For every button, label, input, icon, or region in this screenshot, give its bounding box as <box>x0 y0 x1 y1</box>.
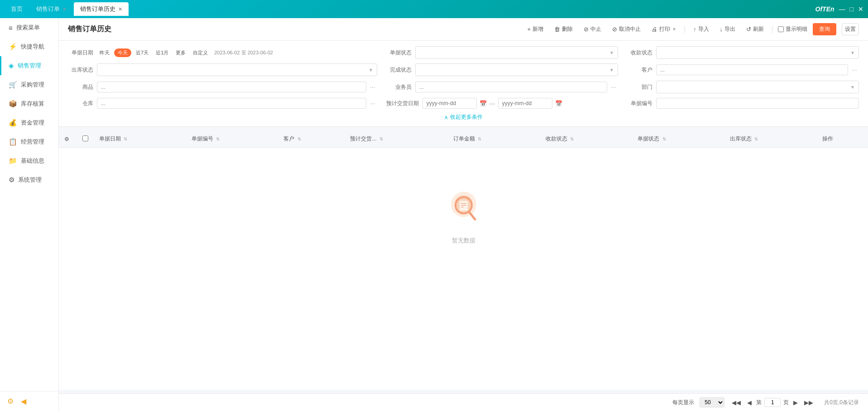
sort-amount-icon[interactable]: ⇅ <box>478 136 481 141</box>
cancel-stop-button[interactable]: ⊘ 取消中止 <box>609 24 643 35</box>
inventory-icon: 📦 <box>9 100 17 108</box>
collapse-button[interactable]: ∧ 收起更多条件 <box>444 113 483 121</box>
sidebar-item-basic-info[interactable]: 📁 基础信息 <box>0 151 58 170</box>
sort-out-status-icon[interactable]: ⇅ <box>754 136 758 141</box>
system-mgmt-icon: ⚙ <box>9 176 14 184</box>
calendar-icon-2[interactable]: 📅 <box>555 100 562 107</box>
calendar-icon-1[interactable]: 📅 <box>480 100 487 107</box>
maximize-btn[interactable]: □ <box>850 5 854 13</box>
th-order-no: 单据编号 ⇅ <box>186 131 278 148</box>
sidebar-item-purchase-mgmt[interactable]: 🛒 采购管理 <box>0 75 58 94</box>
query-label: 查询 <box>819 25 830 33</box>
tab-home-label: 首页 <box>11 5 23 13</box>
warehouse-dots[interactable]: ··· <box>368 100 377 107</box>
order-status-select[interactable]: ▼ <box>415 46 618 59</box>
last-page-btn[interactable]: ▶▶ <box>802 398 815 407</box>
tab-sales-order-history[interactable]: 销售订单历史 ✕ <box>74 2 129 16</box>
date-btn-more[interactable]: 更多 <box>173 48 188 57</box>
empty-state-row: ~ ~ 暂无数据 <box>59 148 868 281</box>
query-button[interactable]: 查询 <box>813 23 836 35</box>
sort-expected-icon[interactable]: ⇅ <box>379 136 383 141</box>
sort-payment-icon[interactable]: ⇅ <box>570 136 574 141</box>
date-btn-7days[interactable]: 近7天 <box>133 48 151 57</box>
salesman-input[interactable] <box>415 82 607 92</box>
delete-button[interactable]: 🗑 删除 <box>551 24 575 35</box>
sidebar-item-system-mgmt[interactable]: ⚙ 系统管理 <box>0 170 58 189</box>
per-page-select[interactable]: 50 10 20 100 <box>700 397 724 407</box>
out-status-select[interactable]: ▼ <box>97 63 377 76</box>
dept-select[interactable]: ▼ <box>656 81 859 93</box>
settings-button[interactable]: 设置 <box>842 23 859 35</box>
display-toggle-checkbox[interactable] <box>778 26 784 32</box>
sidebar: ≡ 搜索菜单 ⚡ 快捷导航 ◈ 销售管理 🛒 采购管理 📦 库存核算 💰 资金管… <box>0 18 59 411</box>
sales-mgmt-icon: ◈ <box>9 62 14 70</box>
tab-sales-order-history-close[interactable]: ✕ <box>118 6 122 12</box>
sort-date-icon[interactable]: ⇅ <box>124 136 127 141</box>
payment-status-arrow: ▼ <box>850 50 855 55</box>
th-checkbox[interactable] <box>77 131 94 148</box>
close-btn[interactable]: ✕ <box>858 5 863 13</box>
sidebar-item-quick-nav[interactable]: ⚡ 快捷导航 <box>0 37 58 56</box>
expected-date-start[interactable] <box>422 98 477 109</box>
warehouse-control: ··· <box>97 98 377 109</box>
th-settings[interactable]: ⚙ <box>59 131 77 148</box>
sidebar-collapse-icon[interactable]: ◀ <box>21 397 26 406</box>
warehouse-input[interactable] <box>97 98 366 109</box>
sidebar-item-inventory[interactable]: 📦 库存核算 <box>0 94 58 113</box>
sidebar-item-sales-mgmt[interactable]: ◈ 销售管理 <box>0 56 58 75</box>
date-label: 单据日期 <box>68 49 93 57</box>
toolbar-divider-1 <box>685 26 685 33</box>
product-control: ··· <box>97 82 377 92</box>
product-dots[interactable]: ··· <box>368 83 377 91</box>
export-button[interactable]: ↓ 导出 <box>717 24 739 35</box>
display-toggle-label: 显示明细 <box>786 25 807 33</box>
sidebar-item-operations[interactable]: 📋 经营管理 <box>0 132 58 151</box>
customer-dots[interactable]: ··· <box>850 66 859 73</box>
stop-button[interactable]: ⊘ 中止 <box>581 24 604 35</box>
sidebar-settings-icon[interactable]: ⚙ <box>7 397 14 406</box>
tab-sales-order-close[interactable]: ✕ <box>62 6 67 12</box>
refresh-button[interactable]: ↺ 刷新 <box>743 24 767 35</box>
date-btn-custom[interactable]: 自定义 <box>190 48 211 57</box>
payment-status-label: 收款状态 <box>627 49 652 57</box>
page-label: 第 <box>756 399 762 406</box>
import-button[interactable]: ↑ 导入 <box>691 24 712 35</box>
sort-order-status-icon[interactable]: ⇅ <box>662 136 666 141</box>
sidebar-item-search-menu[interactable]: ≡ 搜索菜单 <box>0 18 58 37</box>
cancel-stop-label: 取消中止 <box>619 25 641 33</box>
date-btn-yesterday[interactable]: 昨天 <box>97 48 112 57</box>
print-button[interactable]: 🖨 打印 ▼ <box>649 24 679 35</box>
minimize-btn[interactable]: — <box>839 5 845 13</box>
payment-status-select[interactable]: ▼ <box>656 46 859 59</box>
table-settings-icon[interactable]: ⚙ <box>64 136 69 142</box>
refresh-label: 刷新 <box>753 25 764 33</box>
collapse-label: 收起更多条件 <box>450 113 483 121</box>
sidebar-item-fund[interactable]: 💰 资金管理 <box>0 113 58 132</box>
date-btn-today[interactable]: 今天 <box>114 48 131 57</box>
next-page-btn[interactable]: ▶ <box>791 398 800 407</box>
order-no-input[interactable] <box>656 98 859 109</box>
sort-orderno-icon[interactable]: ⇅ <box>216 136 220 141</box>
customer-input[interactable] <box>656 64 848 75</box>
tab-sales-order-history-label: 销售订单历史 <box>80 5 115 13</box>
empty-state-illustration: ~ ~ <box>441 184 486 229</box>
page-input[interactable] <box>764 398 781 407</box>
sidebar-item-quick-nav-label: 快捷导航 <box>21 43 44 51</box>
tab-home[interactable]: 首页 <box>5 2 29 16</box>
sort-customer-icon[interactable]: ⇅ <box>297 136 301 141</box>
tab-sales-order[interactable]: 销售订单 ✕ <box>30 2 73 16</box>
new-button[interactable]: + 新增 <box>525 24 547 35</box>
prev-page-btn[interactable]: ◀ <box>745 398 753 407</box>
sidebar-item-inventory-label: 库存核算 <box>21 100 44 108</box>
complete-status-control: ▼ <box>415 63 618 76</box>
first-page-btn[interactable]: ◀◀ <box>730 398 743 407</box>
date-btn-1month[interactable]: 近1月 <box>153 48 171 57</box>
select-all-checkbox[interactable] <box>82 135 88 141</box>
page-title: 销售订单历史 <box>68 24 111 34</box>
product-input[interactable] <box>97 82 366 92</box>
salesman-dots[interactable]: ··· <box>609 83 618 91</box>
main-layout: ≡ 搜索菜单 ⚡ 快捷导航 ◈ 销售管理 🛒 采购管理 📦 库存核算 💰 资金管… <box>0 18 868 411</box>
complete-status-select[interactable]: ▼ <box>415 63 618 76</box>
filter-row-1: 单据日期 昨天 今天 近7天 近1月 更多 自定义 2023-06-02 至 2… <box>68 46 859 59</box>
expected-date-end[interactable] <box>498 98 552 109</box>
